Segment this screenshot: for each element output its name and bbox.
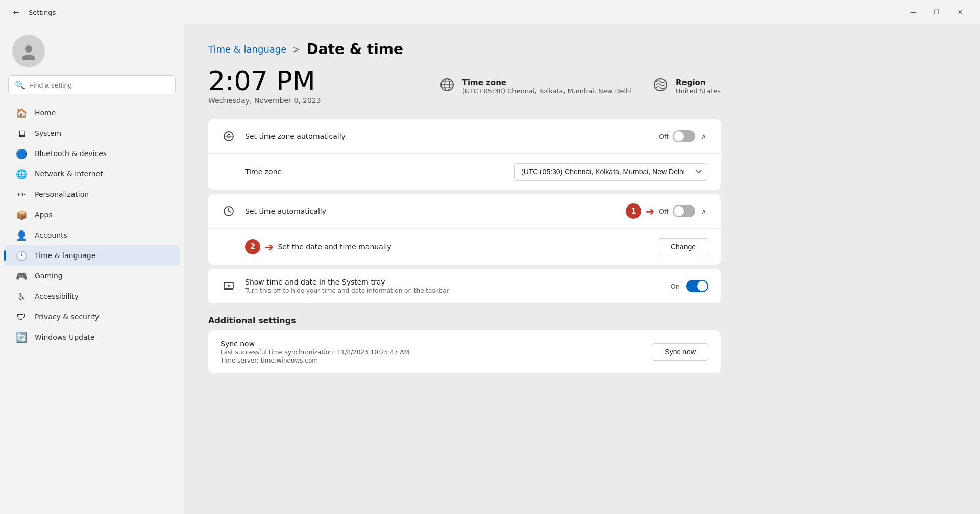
svg-line-12 xyxy=(229,211,231,212)
time-auto-chevron[interactable]: ∧ xyxy=(699,205,708,217)
sync-now-button[interactable]: Sync now xyxy=(652,343,708,361)
breadcrumb-parent[interactable]: Time & language xyxy=(208,44,286,55)
set-date-manual-row: 2 ➜ Set the date and time manually Chang… xyxy=(208,229,721,265)
svg-point-1 xyxy=(22,55,35,60)
timezone-label: Time zone xyxy=(462,78,632,87)
nav-icon-system: 🖥 xyxy=(16,128,27,138)
timezone-auto-icon xyxy=(220,128,237,144)
change-button[interactable]: Change xyxy=(658,238,708,255)
sidebar-item-system[interactable]: 🖥 System xyxy=(4,123,180,143)
close-button[interactable]: ✕ xyxy=(948,4,972,20)
nav-list: 🏠 Home 🖥 System 🔵 Bluetooth & devices 🌐 … xyxy=(0,102,184,347)
sidebar-item-windows-update[interactable]: 🔄 Windows Update xyxy=(4,327,180,347)
sidebar: 🔍 🏠 Home 🖥 System 🔵 Bluetooth & devices … xyxy=(0,24,184,514)
time-header: 2:07 PM Wednesday, November 8, 2023 xyxy=(208,68,721,105)
nav-icon-gaming: 🎮 xyxy=(16,271,27,281)
breadcrumb: Time & language > Date & time xyxy=(208,41,721,58)
timezone-card: Time zone (UTC+05:30) Chennai, Kolkata, … xyxy=(439,76,632,96)
sidebar-item-bluetooth[interactable]: 🔵 Bluetooth & devices xyxy=(4,143,180,164)
time-auto-icon xyxy=(220,203,237,219)
titlebar-title: Settings xyxy=(29,9,56,16)
timezone-dropdown-label: Time zone xyxy=(245,168,506,176)
time-auto-card: Set time automatically 1 ➜ Off ∧ 2 xyxy=(208,194,721,265)
region-value: United States xyxy=(676,87,721,95)
system-tray-row: Show time and date in the System tray Tu… xyxy=(208,269,721,303)
timezone-icon xyxy=(439,76,455,96)
sync-title: Sync now xyxy=(220,340,644,348)
titlebar: ← Settings — ❐ ✕ xyxy=(0,0,980,24)
sync-server: Time server: time.windows.com xyxy=(220,357,644,364)
window-controls: — ❐ ✕ xyxy=(901,4,972,20)
current-time: 2:07 PM xyxy=(208,68,439,94)
nav-label-gaming: Gaming xyxy=(35,272,63,280)
timezone-auto-card: Set time zone automatically Off ∧ Time z… xyxy=(208,119,721,190)
nav-label-accounts: Accounts xyxy=(35,231,67,239)
nav-label-network: Network & internet xyxy=(35,170,103,178)
current-date: Wednesday, November 8, 2023 xyxy=(208,96,439,105)
breadcrumb-separator: > xyxy=(292,44,300,55)
system-tray-icon xyxy=(220,278,237,294)
system-tray-toggle[interactable] xyxy=(686,280,708,292)
time-display: 2:07 PM Wednesday, November 8, 2023 xyxy=(208,68,439,105)
sidebar-item-personalization[interactable]: ✏️ Personalization xyxy=(4,184,180,204)
nav-label-home: Home xyxy=(35,109,56,117)
sidebar-item-network[interactable]: 🌐 Network & internet xyxy=(4,164,180,184)
annotation-1: 1 xyxy=(626,203,641,219)
nav-icon-windows-update: 🔄 xyxy=(16,332,27,342)
minimize-button[interactable]: — xyxy=(901,4,925,20)
sidebar-item-accounts[interactable]: 👤 Accounts xyxy=(4,225,180,245)
annotation-2: 2 xyxy=(245,239,260,254)
breadcrumb-current: Date & time xyxy=(306,41,403,58)
nav-label-personalization: Personalization xyxy=(35,190,89,198)
system-tray-card: Show time and date in the System tray Tu… xyxy=(208,269,721,303)
back-button[interactable]: ← xyxy=(8,4,24,20)
sidebar-item-privacy[interactable]: 🛡 Privacy & security xyxy=(4,306,180,327)
nav-label-accessibility: Accessibility xyxy=(35,292,79,300)
main-content: Time & language > Date & time 2:07 PM We… xyxy=(184,24,980,514)
sidebar-user xyxy=(0,24,184,75)
nav-icon-apps: 📦 xyxy=(16,210,27,220)
sidebar-item-gaming[interactable]: 🎮 Gaming xyxy=(4,266,180,286)
nav-icon-bluetooth: 🔵 xyxy=(16,148,27,159)
time-info-cards: Time zone (UTC+05:30) Chennai, Kolkata, … xyxy=(439,76,721,96)
timezone-dropdown-row: Time zone (UTC+05:30) Chennai, Kolkata, … xyxy=(208,154,721,190)
timezone-auto-state: Off xyxy=(659,133,669,140)
maximize-button[interactable]: ❐ xyxy=(925,4,948,20)
search-input[interactable] xyxy=(29,81,169,89)
set-date-manual-label: Set the date and time manually xyxy=(278,243,391,251)
region-label: Region xyxy=(676,78,721,87)
content-inner: Time & language > Date & time 2:07 PM We… xyxy=(184,24,745,394)
timezone-auto-chevron[interactable]: ∧ xyxy=(699,130,708,142)
search-box[interactable]: 🔍 xyxy=(8,75,176,94)
nav-label-time-language: Time & language xyxy=(35,251,95,260)
sidebar-item-time-language[interactable]: 🕐 Time & language xyxy=(4,245,180,266)
timezone-auto-toggle[interactable] xyxy=(673,130,695,142)
svg-point-0 xyxy=(25,45,32,53)
timezone-value: (UTC+05:30) Chennai, Kolkata, Mumbai, Ne… xyxy=(462,87,632,95)
sidebar-item-apps[interactable]: 📦 Apps xyxy=(4,204,180,225)
sync-card: Sync now Last successful time synchroniz… xyxy=(208,330,721,373)
nav-label-privacy: Privacy & security xyxy=(35,313,99,321)
system-tray-state: On xyxy=(671,282,680,290)
app-body: 🔍 🏠 Home 🖥 System 🔵 Bluetooth & devices … xyxy=(0,24,980,514)
nav-icon-privacy: 🛡 xyxy=(16,312,27,322)
nav-label-bluetooth: Bluetooth & devices xyxy=(35,149,107,158)
time-auto-toggle[interactable] xyxy=(673,205,695,217)
sidebar-item-home[interactable]: 🏠 Home xyxy=(4,102,180,123)
system-tray-label: Show time and date in the System tray xyxy=(245,278,663,286)
timezone-auto-row: Set time zone automatically Off ∧ xyxy=(208,119,721,154)
sidebar-item-accessibility[interactable]: ♿ Accessibility xyxy=(4,286,180,306)
nav-icon-accounts: 👤 xyxy=(16,230,27,240)
region-card: Region United States xyxy=(652,76,721,96)
timezone-select[interactable]: (UTC+05:30) Chennai, Kolkata, Mumbai, Ne… xyxy=(514,163,708,181)
time-auto-label: Set time automatically xyxy=(245,207,618,215)
sync-last: Last successful time synchronization: 11… xyxy=(220,349,644,356)
avatar[interactable] xyxy=(12,35,45,67)
nav-label-system: System xyxy=(35,129,61,137)
nav-label-windows-update: Windows Update xyxy=(35,333,95,341)
additional-settings-title: Additional settings xyxy=(208,316,721,325)
nav-icon-network: 🌐 xyxy=(16,169,27,179)
nav-icon-time-language: 🕐 xyxy=(16,250,27,261)
nav-label-apps: Apps xyxy=(35,211,53,219)
nav-icon-accessibility: ♿ xyxy=(16,291,27,301)
